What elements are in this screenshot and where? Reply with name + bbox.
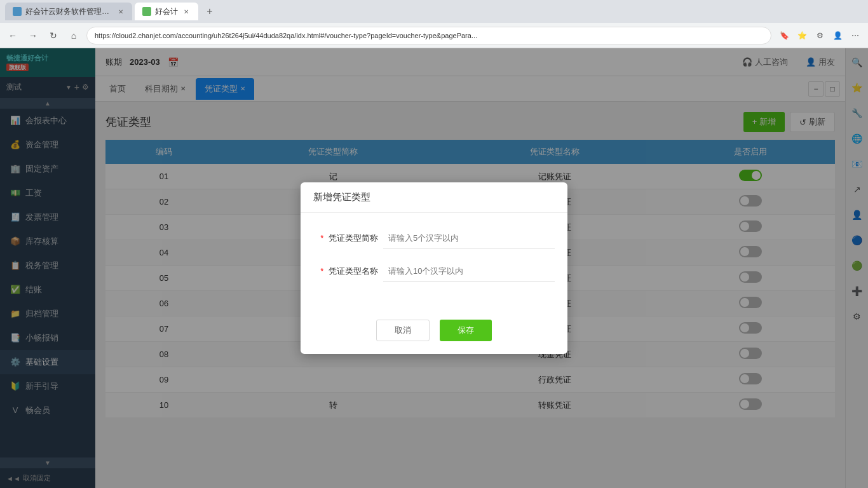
required-mark: * xyxy=(320,233,323,243)
tab-1[interactable]: 好会计云财务软件管理系统_会计 ✕ xyxy=(5,3,132,20)
modal-header: 新增凭证类型 xyxy=(301,182,567,213)
more-button[interactable]: ⋯ xyxy=(848,28,863,43)
tab-1-favicon xyxy=(13,7,22,16)
modal-overlay: 新增凭证类型 * 凭证类型简称 * 凭证类型名称 取消 保存 xyxy=(0,48,868,488)
cancel-button[interactable]: 取消 xyxy=(376,320,430,341)
modal-body: * 凭证类型简称 * 凭证类型名称 xyxy=(301,213,567,309)
bookmark-button[interactable]: ⭐ xyxy=(794,28,810,43)
browser-chrome: 好会计云财务软件管理系统_会计 ✕ 好会计 ✕ + ← → ↻ ⌂ https:… xyxy=(0,0,868,48)
modal-footer: 取消 保存 xyxy=(301,309,567,354)
tab-2[interactable]: 好会计 ✕ xyxy=(135,3,198,20)
form-row-name: * 凭证类型名称 xyxy=(313,261,555,281)
browser-actions: 🔖 ⭐ ⚙ 👤 ⋯ xyxy=(776,28,863,43)
home-button[interactable]: ⌂ xyxy=(66,28,81,43)
abbr-input[interactable] xyxy=(383,228,555,248)
required-mark2: * xyxy=(320,266,323,276)
extensions-button[interactable]: 🔖 xyxy=(776,28,792,43)
new-tab-button[interactable]: + xyxy=(201,3,219,20)
name-label: * 凭证类型名称 xyxy=(313,266,383,277)
abbr-label: * 凭证类型简称 xyxy=(313,233,383,244)
profile-button[interactable]: 👤 xyxy=(830,28,845,43)
tab-1-close[interactable]: ✕ xyxy=(118,7,125,16)
tab-2-label: 好会计 xyxy=(155,6,178,17)
address-input[interactable]: https://cloud2.chanjet.com/accounting/uh… xyxy=(86,27,771,44)
address-bar: ← → ↻ ⌂ https://cloud2.chanjet.com/accou… xyxy=(0,23,868,48)
name-input[interactable] xyxy=(383,261,555,281)
tab-2-close[interactable]: ✕ xyxy=(182,7,191,16)
form-row-abbr: * 凭证类型简称 xyxy=(313,228,555,248)
address-url: https://cloud2.chanjet.com/accounting/uh… xyxy=(95,32,477,39)
tab-1-label: 好会计云财务软件管理系统_会计 xyxy=(25,6,114,17)
reload-button[interactable]: ↻ xyxy=(46,28,61,43)
settings-button[interactable]: ⚙ xyxy=(812,28,827,43)
modal: 新增凭证类型 * 凭证类型简称 * 凭证类型名称 取消 保存 xyxy=(301,182,567,354)
back-button[interactable]: ← xyxy=(5,28,20,43)
save-button[interactable]: 保存 xyxy=(440,320,492,341)
tab-2-favicon xyxy=(142,7,151,16)
forward-button[interactable]: → xyxy=(25,28,41,43)
tab-bar: 好会计云财务软件管理系统_会计 ✕ 好会计 ✕ + xyxy=(0,0,868,23)
